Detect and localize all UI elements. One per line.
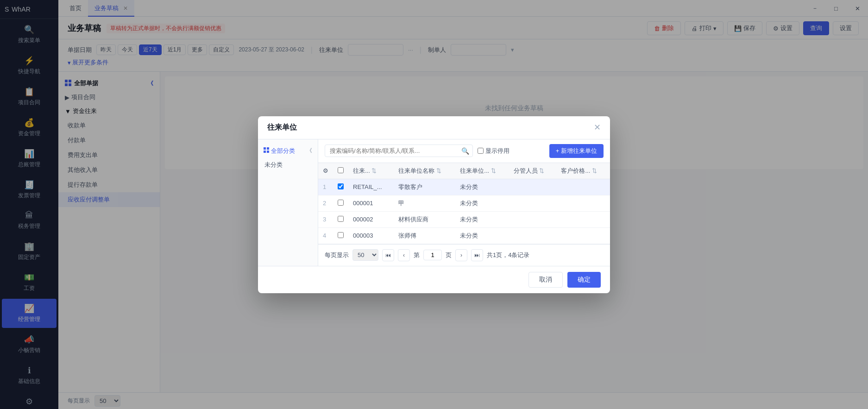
col-price[interactable]: 客户价格... ⇅ xyxy=(556,163,610,179)
first-page-button[interactable]: ⏮ xyxy=(382,249,394,261)
settings-col-icon: ⚙ xyxy=(323,167,328,174)
row-price xyxy=(556,179,610,195)
next-page-button[interactable]: › xyxy=(455,249,467,261)
sort-icon: ⇅ xyxy=(371,167,377,174)
row-type: 未分类 xyxy=(455,179,509,195)
sort-icon: ⇅ xyxy=(539,167,544,174)
row-name: 材料供应商 xyxy=(394,211,455,227)
pagination: 每页显示 50 100 ⏮ ‹ 第 页 › ⏭ 共1页，4条记录 xyxy=(318,244,610,266)
row-type: 未分类 xyxy=(455,227,509,244)
row-code: 000001 xyxy=(348,195,394,211)
row-type: 未分类 xyxy=(455,211,509,227)
modal-sidebar-item-unclassified[interactable]: 未分类 xyxy=(258,158,318,172)
select-all-checkbox[interactable] xyxy=(338,167,344,173)
sort-icon: ⇅ xyxy=(491,167,496,174)
row-price xyxy=(556,211,610,227)
modal-header: 往来单位 ✕ xyxy=(258,116,610,139)
col-name[interactable]: 往来单位名称 ⇅ xyxy=(394,163,455,179)
per-page-label: 每页显示 xyxy=(325,251,349,259)
page-number-input[interactable] xyxy=(423,250,442,260)
svg-rect-4 xyxy=(264,147,266,150)
svg-rect-5 xyxy=(267,147,269,150)
row-checkbox[interactable] xyxy=(333,227,348,244)
modal-toolbar: 🔍 显示停用 + 新增往来单位 xyxy=(318,139,610,163)
svg-rect-6 xyxy=(264,151,266,153)
modal-table-wrap: ⚙ 往来... ⇅ 往来单位名称 xyxy=(318,163,610,244)
row-price xyxy=(556,195,610,211)
row-type: 未分类 xyxy=(455,195,509,211)
row-person xyxy=(509,227,557,244)
search-icon: 🔍 xyxy=(461,147,469,155)
page-size-select[interactable]: 50 100 xyxy=(352,249,378,261)
counterpart-modal: 往来单位 ✕ 全部分类 《 xyxy=(258,116,610,293)
row-code: 000002 xyxy=(348,211,394,227)
last-page-button[interactable]: ⏭ xyxy=(471,249,483,261)
table-body: 1 RETAIL_... 零散客户 未分类 2 xyxy=(318,179,610,244)
row-person xyxy=(509,195,557,211)
row-person xyxy=(509,211,557,227)
sort-icon: ⇅ xyxy=(436,167,441,174)
counterpart-search-input[interactable] xyxy=(325,145,473,157)
modal-sidebar-header: 全部分类 《 xyxy=(258,144,318,158)
modal-title: 往来单位 xyxy=(267,123,297,132)
row-name: 甲 xyxy=(394,195,455,211)
row-num: 1 xyxy=(318,179,333,195)
row-code: 000003 xyxy=(348,227,394,244)
row-name: 张师傅 xyxy=(394,227,455,244)
modal-main: 🔍 显示停用 + 新增往来单位 xyxy=(318,139,610,266)
total-info: 共1页，4条记录 xyxy=(487,251,529,259)
add-counterpart-button[interactable]: + 新增往来单位 xyxy=(549,144,604,158)
svg-rect-7 xyxy=(267,151,269,153)
table-row[interactable]: 1 RETAIL_... 零散客户 未分类 xyxy=(318,179,610,195)
modal-sidebar-collapse-button[interactable]: 《 xyxy=(307,147,312,155)
col-type[interactable]: 往来单位... ⇅ xyxy=(455,163,509,179)
modal-footer: 取消 确定 xyxy=(258,266,610,293)
row-num: 3 xyxy=(318,211,333,227)
row-num: 4 xyxy=(318,227,333,244)
row-checkbox[interactable] xyxy=(333,211,348,227)
modal-close-button[interactable]: ✕ xyxy=(594,123,601,132)
table-header: ⚙ 往来... ⇅ 往来单位名称 xyxy=(318,163,610,179)
category-grid-icon xyxy=(264,147,269,154)
row-price xyxy=(556,227,610,244)
confirm-button[interactable]: 确定 xyxy=(567,272,601,288)
sort-icon: ⇅ xyxy=(592,167,597,174)
row-person xyxy=(509,179,557,195)
prev-page-button[interactable]: ‹ xyxy=(398,249,410,261)
counterpart-table: ⚙ 往来... ⇅ 往来单位名称 xyxy=(318,163,610,244)
page-label: 第 xyxy=(414,251,420,259)
row-num: 2 xyxy=(318,195,333,211)
search-input-wrap: 🔍 xyxy=(325,145,473,157)
row-checkbox[interactable] xyxy=(333,195,348,211)
table-row[interactable]: 4 000003 张师傅 未分类 xyxy=(318,227,610,244)
show-disabled-checkbox-label[interactable]: 显示停用 xyxy=(478,147,509,155)
table-row[interactable]: 2 000001 甲 未分类 xyxy=(318,195,610,211)
show-disabled-checkbox[interactable] xyxy=(478,148,484,154)
modal-overlay: 往来单位 ✕ 全部分类 《 xyxy=(0,0,868,409)
row-code: RETAIL_... xyxy=(348,179,394,195)
col-settings[interactable]: ⚙ xyxy=(318,163,333,179)
col-code[interactable]: 往来... ⇅ xyxy=(348,163,394,179)
cancel-button[interactable]: 取消 xyxy=(528,272,563,288)
modal-body: 全部分类 《 未分类 🔍 显示停用 xyxy=(258,139,610,266)
row-name: 零散客户 xyxy=(394,179,455,195)
table-row[interactable]: 3 000002 材料供应商 未分类 xyxy=(318,211,610,227)
row-checkbox[interactable] xyxy=(333,179,348,195)
page-suffix: 页 xyxy=(446,251,452,259)
modal-sidebar: 全部分类 《 未分类 xyxy=(258,139,318,266)
col-person[interactable]: 分管人员 ⇅ xyxy=(509,163,557,179)
col-checkbox xyxy=(333,163,348,179)
